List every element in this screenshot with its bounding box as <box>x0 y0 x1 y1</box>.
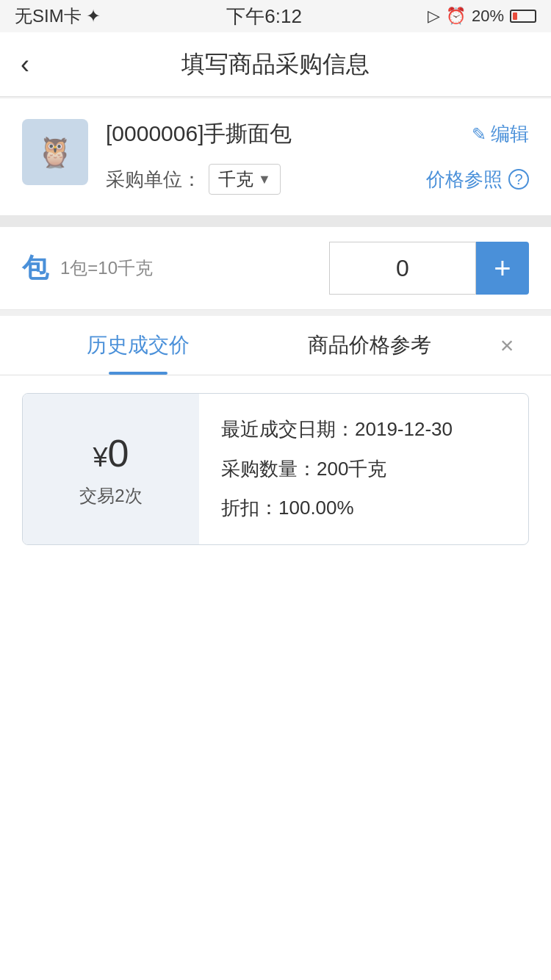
close-icon: × <box>500 332 514 359</box>
transaction-detail-discount: 折扣：100.00% <box>221 493 506 524</box>
product-header: 🦉 [0000006]手撕面包 ✎ 编辑 采购单位： 千克 ▼ <box>22 119 529 195</box>
price-value: 0 <box>108 432 129 475</box>
content-fill <box>0 563 551 980</box>
detail-date-value: 2019-12-30 <box>355 418 453 440</box>
transaction-price: ¥0 <box>93 430 129 476</box>
tabs-section: 历史成交价 商品价格参考 × ¥0 交易2次 最近成交日期：2019-12-30 <box>0 316 551 563</box>
tab-price-ref[interactable]: 商品价格参考 <box>253 316 485 375</box>
transaction-detail-date: 最近成交日期：2019-12-30 <box>221 414 506 445</box>
status-time: 下午6:12 <box>226 4 302 29</box>
status-indicators: ▷ ⏰ 20% <box>428 7 536 26</box>
quantity-section: 包 1包=10千克 0 + <box>0 227 551 310</box>
transaction-card: ¥0 交易2次 最近成交日期：2019-12-30 采购数量：200千克 折扣：… <box>22 393 529 545</box>
quantity-conversion: 1包=10千克 <box>60 256 153 280</box>
section-divider <box>0 215 551 227</box>
quantity-unit-info: 包 1包=10千克 <box>22 251 153 287</box>
transaction-count: 交易2次 <box>79 484 142 508</box>
back-icon: ‹ <box>21 49 29 79</box>
detail-date-key: 最近成交日期： <box>221 418 355 440</box>
detail-qty-value: 200千克 <box>317 458 386 480</box>
carrier-text: 无SIM卡 ✦ <box>15 4 101 28</box>
tab-history-price[interactable]: 历史成交价 <box>22 316 253 375</box>
nav-bar: ‹ 填写商品采购信息 <box>0 32 551 97</box>
tab-active-indicator <box>109 372 168 375</box>
location-icon: ▷ <box>428 7 440 26</box>
unit-chevron-icon: ▼ <box>258 172 271 187</box>
quantity-value: 0 <box>396 255 409 282</box>
unit-label: 采购单位： 千克 ▼ <box>106 164 281 195</box>
product-top-row: [0000006]手撕面包 ✎ 编辑 <box>106 119 529 149</box>
quantity-input-area: 0 + <box>329 242 529 295</box>
edit-link[interactable]: ✎ 编辑 <box>472 121 529 147</box>
tabs-header: 历史成交价 商品价格参考 × <box>0 316 551 375</box>
transaction-right: 最近成交日期：2019-12-30 采购数量：200千克 折扣：100.00% <box>199 394 528 544</box>
back-button[interactable]: ‹ <box>21 51 29 78</box>
detail-discount-value: 100.00% <box>278 497 354 519</box>
product-thumbnail: 🦉 <box>22 119 88 185</box>
price-ref-link[interactable]: 价格参照 ? <box>426 167 529 192</box>
quantity-plus-button[interactable]: + <box>476 242 529 295</box>
transaction-detail-qty: 采购数量：200千克 <box>221 454 506 485</box>
help-icon: ? <box>508 169 529 190</box>
status-bar: 无SIM卡 ✦ 下午6:12 ▷ ⏰ 20% <box>0 0 551 32</box>
battery-percent: 20% <box>472 7 504 26</box>
price-symbol: ¥ <box>93 442 108 472</box>
edit-icon: ✎ <box>472 124 486 145</box>
product-name: [0000006]手撕面包 <box>106 119 292 149</box>
product-section: 🦉 [0000006]手撕面包 ✎ 编辑 采购单位： 千克 ▼ <box>0 98 551 215</box>
product-info: [0000006]手撕面包 ✎ 编辑 采购单位： 千克 ▼ 价格参照 ? <box>106 119 529 195</box>
detail-qty-key: 采购数量： <box>221 458 317 480</box>
tab-close-button[interactable]: × <box>485 323 529 367</box>
product-thumbnail-icon: 🦉 <box>37 135 73 170</box>
page-title: 填写商品采购信息 <box>181 48 370 81</box>
quantity-input[interactable]: 0 <box>329 242 476 295</box>
plus-icon: + <box>494 252 511 285</box>
battery-icon <box>510 10 536 23</box>
alarm-icon: ⏰ <box>446 7 466 26</box>
edit-label: 编辑 <box>491 121 529 147</box>
tab-price-ref-label: 商品价格参考 <box>308 331 431 359</box>
product-unit-row: 采购单位： 千克 ▼ 价格参照 ? <box>106 164 529 195</box>
status-carrier: 无SIM卡 ✦ <box>15 4 101 28</box>
quantity-unit: 包 <box>22 251 48 287</box>
tab-history-label: 历史成交价 <box>87 331 190 359</box>
detail-discount-key: 折扣： <box>221 497 278 519</box>
unit-select[interactable]: 千克 ▼ <box>209 164 281 195</box>
unit-label-text: 采购单位： <box>106 167 201 192</box>
tab-content: ¥0 交易2次 最近成交日期：2019-12-30 采购数量：200千克 折扣：… <box>0 375 551 563</box>
unit-value: 千克 <box>218 167 253 191</box>
price-ref-label: 价格参照 <box>426 167 503 192</box>
transaction-left: ¥0 交易2次 <box>23 394 199 544</box>
